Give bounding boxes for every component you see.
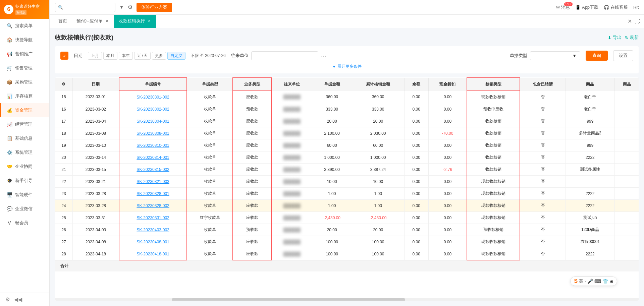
mic-icon[interactable]: 🎤 <box>587 279 593 284</box>
filter-date-more[interactable]: 更多 <box>152 52 166 60</box>
td-doc-no[interactable]: SK-20230304-001 <box>119 115 187 127</box>
td-discount: 0.00 <box>428 115 467 127</box>
td-doc-type: 收款单 <box>187 200 233 212</box>
td-no: 25 <box>55 212 72 224</box>
th-unit: 往来单位 <box>272 78 312 91</box>
sidebar-item-sales[interactable]: 🛒销售管理 <box>0 61 49 75</box>
tab-prepay-close[interactable]: ✕ <box>105 19 109 23</box>
sidebar-label-guide: 新手引导 <box>15 178 33 184</box>
sidebar-item-purchase[interactable]: 📦采购管理 <box>0 75 49 89</box>
sidebar-item-system[interactable]: ⚙️系统管理 <box>0 145 49 160</box>
td-doc-no[interactable]: SK-20230314-001 <box>119 151 187 164</box>
sidebar-item-search[interactable]: 🔍搜索菜单 <box>0 19 49 33</box>
td-goods2 <box>615 139 639 151</box>
filter-date-this-year[interactable]: 本年 <box>119 52 133 60</box>
filter-date-prev-month[interactable]: 上月 <box>88 52 102 60</box>
refresh-icon: ↻ <box>625 35 629 40</box>
expand-tabs-icon[interactable]: ⛶ <box>635 18 640 24</box>
sidebar-item-marketing[interactable]: 📢营销推广 <box>0 47 49 61</box>
industry-solution-button[interactable]: 体验行业方案 <box>137 3 172 12</box>
user-button[interactable]: Rit <box>633 5 639 10</box>
sidebar-logo[interactable]: 6 畅康道好生意 标推版 <box>0 0 49 19</box>
td-doc-no[interactable]: SK-20230403-002 <box>119 224 187 236</box>
topbar-dropdown[interactable]: ▼ <box>119 5 124 10</box>
td-doc-no[interactable]: SK-20230321-003 <box>119 176 187 188</box>
tab-prepay[interactable]: 预付冲应付单 ✕ <box>72 15 114 28</box>
td-include-settled: 否 <box>520 188 566 200</box>
td-doc-no[interactable]: SK-20230315-002 <box>119 164 187 176</box>
sidebar-item-inventory[interactable]: 📊库存核算 <box>0 89 49 103</box>
td-doc-no[interactable]: SK-20230301-002 <box>119 91 187 103</box>
settings-gear-icon[interactable]: ⚙ <box>5 296 10 303</box>
sidebar-item-finance[interactable]: 💰资金管理 <box>0 103 49 117</box>
sidebar-item-enterprise[interactable]: 🤝企业协同 <box>0 160 49 174</box>
sidebar-label-wechat: 企业微信 <box>15 206 33 212</box>
td-doc-no[interactable]: SK-20230308-001 <box>119 127 187 139</box>
topbar-gear-icon[interactable]: ⚙ <box>128 4 132 10</box>
expand-more-conditions-button[interactable]: ▼ 展开更多条件 <box>332 64 362 69</box>
th-doc-type: 单据类型 <box>187 78 233 91</box>
td-doc-type: 收款单 <box>187 224 233 236</box>
clothes-icon[interactable]: 👕 <box>602 279 608 284</box>
refresh-button[interactable]: ↻ 刷新 <box>625 35 639 41</box>
td-no: 27 <box>55 236 72 248</box>
td-doc-no[interactable]: SK-20230328-001 <box>119 188 187 200</box>
filter-date-7days[interactable]: 近7天 <box>134 52 151 60</box>
filter-unit-label: 往来单位 <box>231 53 249 59</box>
tabbar-right: ✕ ⛶ <box>628 18 640 24</box>
collapse-sidebar-icon[interactable]: ◀◀ <box>14 296 22 303</box>
table-scroll[interactable]: ⚙ 日期 单据编号 单据类型 业务类型 往来单位 单据金额 累计核销金额 余额 … <box>55 77 639 298</box>
filter-unit-input[interactable] <box>251 51 318 60</box>
filter-date-custom[interactable]: 自定义 <box>167 52 185 60</box>
close-all-tabs-icon[interactable]: ✕ <box>628 18 632 24</box>
setting-button[interactable]: 设置 <box>613 50 633 61</box>
td-amount: 100.00 <box>312 248 352 260</box>
th-cancel-type: 核销类型 <box>467 78 520 91</box>
app-download-button[interactable]: 📱 App下载 <box>575 4 598 10</box>
tab-collect[interactable]: 收款核销执行 ✕ <box>114 15 156 28</box>
scrollbar-thumb[interactable] <box>172 298 405 301</box>
sidebar-item-wechat[interactable]: 💬企业微信 <box>0 202 49 216</box>
td-amount: 1,000.00 <box>312 151 352 164</box>
sidebar-item-member[interactable]: V畅会员 <box>0 216 49 230</box>
horizontal-scrollbar[interactable] <box>55 298 639 301</box>
filter-expand-row: ▼ 展开更多条件 <box>60 64 633 69</box>
td-doc-no[interactable]: SK-20230310-001 <box>119 139 187 151</box>
td-balance: 0.00 <box>404 176 428 188</box>
filter-dots[interactable]: ··· <box>321 52 327 60</box>
tab-home[interactable]: 首页 <box>54 15 72 28</box>
grid-icon[interactable]: ⊞ <box>609 279 613 284</box>
sidebar-item-quick[interactable]: 🏠快捷导航 <box>0 33 49 47</box>
query-button[interactable]: 查询 <box>586 51 608 61</box>
ime-logo[interactable]: S <box>574 278 578 284</box>
filter-date-this-month[interactable]: 本月 <box>103 52 117 60</box>
td-doc-no[interactable]: SK-20230418-001 <box>119 248 187 260</box>
td-balance: 0.00 <box>404 188 428 200</box>
td-doc-no[interactable]: SK-20230328-002 <box>119 200 187 212</box>
page-title-actions: ⬇ 导出 ↻ 刷新 <box>608 35 639 41</box>
th-gear[interactable]: ⚙ <box>55 78 72 91</box>
td-doc-no[interactable]: SK-20230331-002 <box>119 212 187 224</box>
filter-collapse-button[interactable]: » <box>60 52 68 60</box>
td-discount: 0.00 <box>428 139 467 151</box>
table-row: 152023-03-01SK-20230301-002收款单应收款██████3… <box>55 91 639 103</box>
td-doc-no[interactable]: SK-20230408-001 <box>119 236 187 248</box>
message-button[interactable]: ✉ 消息 99+ <box>556 4 570 10</box>
export-button[interactable]: ⬇ 导出 <box>608 35 622 41</box>
sidebar-item-hardware[interactable]: 🖥️智能硬件 <box>0 188 49 202</box>
tab-collect-close[interactable]: ✕ <box>147 19 152 23</box>
topbar-search[interactable]: 🔍 <box>55 3 115 12</box>
sidebar-item-operation[interactable]: 📈经营管理 <box>0 117 49 131</box>
td-amount: 20.00 <box>312 115 352 127</box>
td-balance: 0.00 <box>404 139 428 151</box>
inventory-icon: 📊 <box>6 94 12 99</box>
td-doc-no[interactable]: SK-20230302-002 <box>119 103 187 115</box>
filter-type-select[interactable]: ▼ <box>530 51 580 60</box>
keyboard-icon[interactable]: ⌨ <box>594 279 601 284</box>
tab-collect-label: 收款核销执行 <box>119 18 145 24</box>
online-service-button[interactable]: 🎧 在线客服 <box>604 4 628 10</box>
td-goods: 多计量商品2 <box>566 127 615 139</box>
sidebar-item-guide[interactable]: 🎓新手引导 <box>0 174 49 188</box>
topbar-right: ✉ 消息 99+ 📱 App下载 🎧 在线客服 Rit <box>556 4 639 10</box>
sidebar-item-basic[interactable]: 📋基础信息 <box>0 131 49 145</box>
